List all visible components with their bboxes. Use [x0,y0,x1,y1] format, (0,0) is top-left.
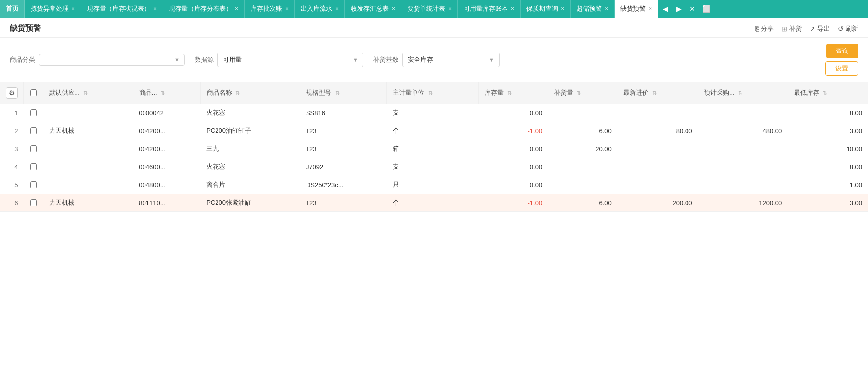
row-checkbox[interactable] [30,127,37,134]
datasource-filter-group: 数据源 可用量 ▼ [195,53,363,67]
th-spec[interactable]: 规格型号 ⇅ [300,82,387,104]
tab-home[interactable]: 首页 [0,0,25,18]
query-button[interactable]: 查询 [826,44,858,58]
datasource-chevron-icon: ▼ [353,57,358,63]
table-row: 5 004800... 离合片 DS250*23c... 只 0.00 1.00 [0,176,868,194]
tab-stock-dist-close[interactable]: × [235,5,238,12]
td-est-purchase [698,158,788,176]
row-checkbox[interactable] [30,145,37,152]
tab-exception-close[interactable]: × [72,5,75,12]
tab-stock-status[interactable]: 现存量（库存状况表） × [81,0,163,18]
tab-batch-account[interactable]: 库存批次账 × [245,0,295,18]
main-content: 缺货预警 ⎘ 分享 ⊞ 补货 ↗ 导出 ↺ 刷新 商品分类 [0,18,868,387]
category-chevron-icon: ▼ [174,57,180,63]
td-spec: DS250*23c... [300,176,387,194]
td-checkbox[interactable] [24,140,43,158]
th-settings[interactable]: ⚙ [0,82,24,104]
th-est-purchase-label: 预计采购... [704,89,735,96]
tab-maximize-btn[interactable]: ⬜ [699,0,713,18]
td-checkbox[interactable] [24,104,43,122]
replenish-base-select[interactable]: 安全库存 ▼ [402,53,500,67]
td-checkbox[interactable] [24,194,43,212]
table-row: 4 004600... 火花塞 J7092 支 0.00 8.00 [0,158,868,176]
td-name: 三九 [200,140,300,158]
tab-prev-btn[interactable]: ◀ [658,0,672,18]
tab-recv-summary-close[interactable]: × [392,5,395,12]
tab-next-btn[interactable]: ▶ [672,0,686,18]
datasource-select[interactable]: 可用量 ▼ [217,53,363,67]
tab-exception[interactable]: 拣货异常处理 × [25,0,81,18]
tab-shortage[interactable]: 缺货预警 × [615,0,658,18]
td-latest-price [617,104,698,122]
td-code: 0000042 [133,104,200,122]
th-replenish[interactable]: 补货量 ⇅ [548,82,617,104]
select-all-checkbox[interactable] [30,89,37,96]
th-supplier-label: 默认供应... [49,89,80,96]
td-checkbox[interactable] [24,122,43,140]
tab-inout-flow-close[interactable]: × [335,5,339,12]
th-name[interactable]: 商品名称 ⇅ [200,82,300,104]
tab-stock-dist[interactable]: 现存量（库存分布表） × [163,0,245,18]
td-est-purchase [698,104,788,122]
refresh-action[interactable]: ↺ 刷新 [838,24,858,33]
tab-recv-summary[interactable]: 收发存汇总表 × [345,0,401,18]
th-spec-label: 规格型号 [306,89,331,96]
td-latest-price [617,140,698,158]
tab-stock-dist-label: 现存量（库存分布表） [169,4,232,13]
td-unit: 个 [387,194,479,212]
table-row: 1 0000042 火花塞 SS816 支 0.00 8.00 [0,104,868,122]
td-code: 004200... [133,140,200,158]
td-code: 004600... [133,158,200,176]
td-checkbox[interactable] [24,158,43,176]
row-checkbox[interactable] [30,163,37,170]
tab-overstock-close[interactable]: × [605,5,608,12]
tab-avail-ledger-close[interactable]: × [511,5,514,12]
th-supplier-sort-icon: ⇅ [83,90,88,96]
th-stock-label: 库存量 [485,89,504,96]
th-min-stock-label: 最低库存 [794,89,819,96]
replenish-label: 补货 [789,24,802,33]
th-est-purchase[interactable]: 预计采购... ⇅ [698,82,788,104]
th-latest-price[interactable]: 最新进价 ⇅ [617,82,698,104]
th-unit-sort-icon: ⇅ [428,90,433,96]
tab-close-window-btn[interactable]: ✕ [686,0,699,18]
td-est-purchase: 480.00 [698,122,788,140]
column-settings-btn[interactable]: ⚙ [6,87,18,99]
th-code[interactable]: 商品... ⇅ [133,82,200,104]
tab-order-stat-close[interactable]: × [448,5,452,12]
replenish-action[interactable]: ⊞ 补货 [781,24,802,33]
th-supplier[interactable]: 默认供应... ⇅ [43,82,133,104]
tab-avail-ledger[interactable]: 可用量库存账本 × [458,0,521,18]
row-checkbox[interactable] [30,109,37,116]
th-unit[interactable]: 主计量单位 ⇅ [387,82,479,104]
export-action[interactable]: ↗ 导出 [810,24,830,33]
tab-shortage-close[interactable]: × [649,5,652,12]
tab-expiry-query-close[interactable]: × [561,5,564,12]
replenish-base-label: 补货基数 [373,55,398,64]
category-select[interactable]: ▼ [39,54,185,66]
tab-overstock[interactable]: 超储预警 × [571,0,615,18]
replenish-base-filter-group: 补货基数 安全库存 ▼ [373,53,500,67]
td-checkbox[interactable] [24,176,43,194]
table-body: 1 0000042 火花塞 SS816 支 0.00 8.00 2 力天机械 0… [0,104,868,212]
row-checkbox[interactable] [30,181,37,188]
td-unit: 支 [387,104,479,122]
th-stock[interactable]: 库存量 ⇅ [479,82,548,104]
tab-expiry-query[interactable]: 保质期查询 × [521,0,571,18]
td-stock: -1.00 [479,122,548,140]
td-name: 离合片 [200,176,300,194]
td-unit: 只 [387,176,479,194]
td-row-num: 1 [0,104,24,122]
tab-inout-flow[interactable]: 出入库流水 × [295,0,345,18]
tab-order-stat[interactable]: 要货单统计表 × [401,0,458,18]
row-checkbox[interactable] [30,199,37,206]
th-min-stock[interactable]: 最低库存 ⇅ [788,82,868,104]
tab-stock-status-close[interactable]: × [153,5,157,12]
td-supplier [43,176,133,194]
settings-button[interactable]: 设置 [825,61,858,76]
tab-batch-account-close[interactable]: × [285,5,289,12]
share-action[interactable]: ⎘ 分享 [755,24,774,33]
tab-home-label: 首页 [6,4,18,13]
td-spec: 123 [300,194,387,212]
td-name: 火花塞 [200,104,300,122]
